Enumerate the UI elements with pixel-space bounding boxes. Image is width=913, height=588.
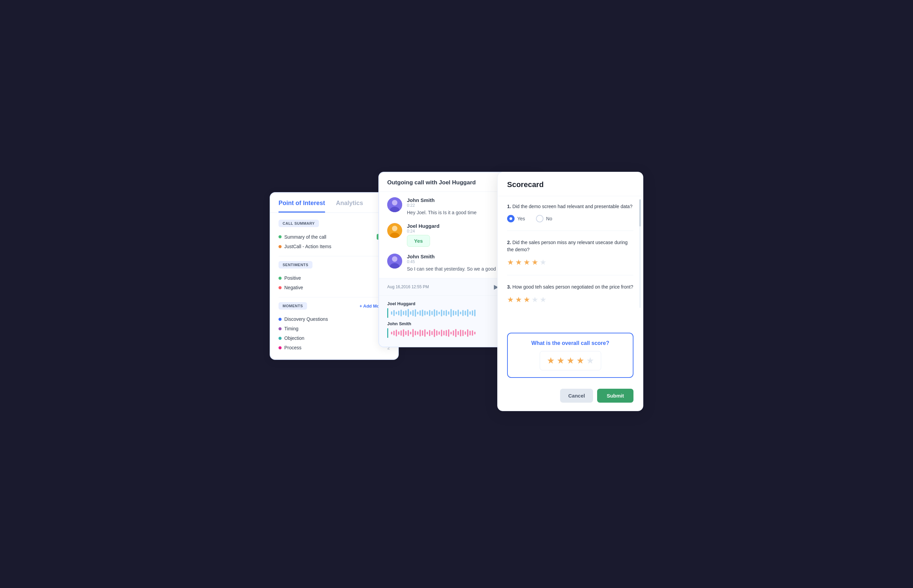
star-2-4[interactable]: ★ bbox=[531, 258, 538, 267]
objection-label: Objection bbox=[284, 335, 304, 341]
scrollbar-track[interactable] bbox=[639, 199, 641, 308]
star-rating-3[interactable]: ★ ★ ★ ★ ★ bbox=[507, 296, 633, 304]
overall-label: What is the overall call score? bbox=[516, 340, 625, 346]
dot-orange-action bbox=[278, 245, 282, 248]
positive-label: Positive bbox=[284, 275, 301, 281]
svg-point-1 bbox=[392, 200, 397, 205]
question-3-text: 3. How good teh sales person negotiated … bbox=[507, 283, 633, 291]
radio-yes-label: Yes bbox=[517, 216, 525, 221]
radio-no-label: No bbox=[546, 216, 552, 221]
avatar-john-2 bbox=[387, 254, 402, 268]
overall-star-3[interactable]: ★ bbox=[567, 355, 575, 366]
overall-stars[interactable]: ★ ★ ★ ★ ★ bbox=[540, 351, 601, 370]
radio-yes-circle[interactable] bbox=[507, 215, 515, 222]
submit-button[interactable]: Submit bbox=[597, 389, 633, 403]
dot-purple-timing bbox=[278, 327, 282, 330]
star-2-5[interactable]: ★ bbox=[540, 258, 547, 267]
scorecard-title: Scorecard bbox=[498, 172, 643, 196]
star-3-1[interactable]: ★ bbox=[507, 296, 514, 304]
tab-point-of-interest[interactable]: Point of Interest bbox=[278, 200, 325, 213]
star-2-1[interactable]: ★ bbox=[507, 258, 514, 267]
sentiments-badge: SENTIMENTS bbox=[278, 261, 312, 268]
overall-star-5[interactable]: ★ bbox=[586, 355, 594, 366]
yes-badge: Yes bbox=[407, 235, 430, 247]
list-item-timing: Timing 2 bbox=[278, 324, 390, 333]
svg-point-7 bbox=[392, 256, 397, 262]
star-rating-2[interactable]: ★ ★ ★ ★ ★ bbox=[507, 258, 633, 267]
moments-badge: MOMENTS bbox=[278, 302, 307, 310]
scorecard-footer: Cancel Submit bbox=[498, 383, 643, 411]
star-2-3[interactable]: ★ bbox=[523, 258, 530, 267]
scorecard-body: 1. Did the demo screen had relevant and … bbox=[498, 196, 643, 327]
dot-green-positive bbox=[278, 277, 282, 280]
star-3-5[interactable]: ★ bbox=[540, 296, 547, 304]
star-3-4[interactable]: ★ bbox=[531, 296, 538, 304]
list-item-negative: Negative 19 bbox=[278, 283, 390, 292]
star-3-3[interactable]: ★ bbox=[523, 296, 530, 304]
list-item-process: Process 2 bbox=[278, 343, 390, 352]
process-label: Process bbox=[284, 345, 302, 351]
list-item-discovery: Discovery Questions 3 bbox=[278, 314, 390, 324]
radio-no-circle[interactable] bbox=[536, 215, 544, 222]
radio-yes[interactable]: Yes bbox=[507, 215, 525, 222]
avatar-john-1 bbox=[387, 197, 402, 212]
action-label: JustCall - Action Items bbox=[284, 244, 332, 249]
dot-teal-objection bbox=[278, 337, 282, 340]
list-item-positive: Positive 18 bbox=[278, 273, 390, 283]
question-1: 1. Did the demo screen had relevant and … bbox=[507, 203, 633, 231]
overall-score-box: What is the overall call score? ★ ★ ★ ★ … bbox=[507, 333, 633, 378]
summary-label: Summary of the call bbox=[284, 234, 326, 240]
negative-label: Negative bbox=[284, 285, 303, 290]
star-2-2[interactable]: ★ bbox=[515, 258, 522, 267]
dot-blue-discovery bbox=[278, 318, 282, 321]
scrollbar-thumb[interactable] bbox=[639, 199, 641, 226]
dot-pink-process bbox=[278, 346, 282, 349]
radio-no[interactable]: No bbox=[536, 215, 552, 222]
scorecard-panel: Scorecard 1. Did the demo screen had rel… bbox=[497, 172, 643, 411]
dot-red-negative bbox=[278, 286, 282, 289]
radio-group-1: Yes No bbox=[507, 215, 633, 222]
overall-star-4[interactable]: ★ bbox=[576, 355, 584, 366]
audio-timestamp: Aug 16,2016 12:55 PM bbox=[387, 284, 429, 289]
radio-yes-inner bbox=[510, 217, 512, 220]
overall-star-2[interactable]: ★ bbox=[557, 355, 565, 366]
overall-star-1[interactable]: ★ bbox=[547, 355, 555, 366]
question-3: 3. How good teh sales person negotiated … bbox=[507, 283, 633, 312]
discovery-label: Discovery Questions bbox=[284, 317, 328, 322]
tab-analytics[interactable]: Analytics bbox=[336, 200, 363, 213]
list-item-summary: Summary of the call NEW bbox=[278, 232, 390, 242]
question-2: 2. Did the sales person miss any relevan… bbox=[507, 239, 633, 275]
list-item-objection: Objection 4 bbox=[278, 333, 390, 343]
star-3-2[interactable]: ★ bbox=[515, 296, 522, 304]
timing-label: Timing bbox=[284, 326, 299, 331]
cancel-button[interactable]: Cancel bbox=[560, 389, 593, 403]
dot-green-summary bbox=[278, 235, 282, 238]
list-item-action: JustCall - Action Items 9 bbox=[278, 242, 390, 251]
call-summary-badge: CALL SUMMARY bbox=[278, 220, 319, 227]
question-1-text: 1. Did the demo screen had relevant and … bbox=[507, 203, 633, 210]
svg-point-4 bbox=[392, 226, 397, 231]
question-2-text: 2. Did the sales person miss any relevan… bbox=[507, 239, 633, 253]
avatar-joel bbox=[387, 223, 402, 238]
